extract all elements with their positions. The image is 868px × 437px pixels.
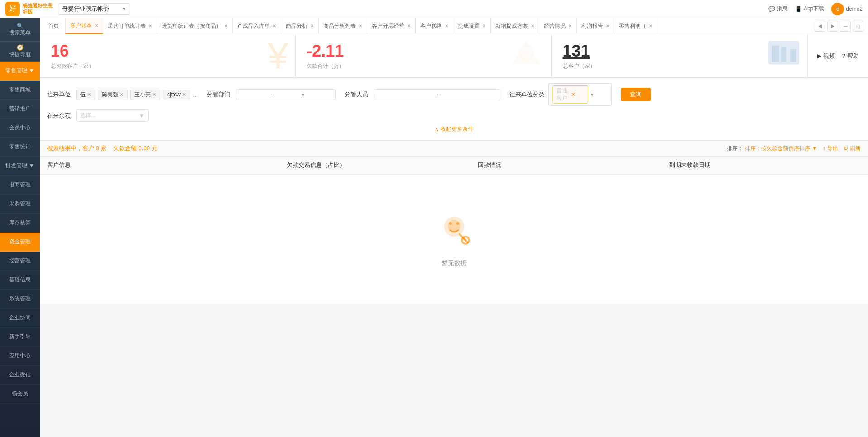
sidebar-item-ecommerce[interactable]: 电商管理: [0, 176, 40, 195]
export-button[interactable]: ↑ 导出: [823, 145, 838, 152]
filter-tags-wrap: 伍 ✕ 陈民强 ✕ 王小亮 ✕ cjttcw ✕: [76, 90, 198, 100]
stat-bg-icon-customers: ¥: [268, 35, 288, 77]
sort-arrow: ▼: [812, 145, 817, 152]
col-header-customer: 客户信息: [47, 161, 287, 169]
close-icon[interactable]: ✕: [531, 24, 534, 28]
sort-selector[interactable]: 排序： 排序：按欠款金额倒序排序 ▼: [727, 145, 817, 152]
refresh-label: 刷新: [850, 145, 861, 152]
sidebar-item-wholesale[interactable]: 批发管理 ▼: [0, 157, 40, 176]
top-bar: 好 畅捷通好生意 标版 母婴行业演示帐套 ▼ 💬 消息 📱 App下载 d de…: [0, 0, 868, 18]
tab-product-in[interactable]: 产成品入库单 ✕: [233, 18, 281, 34]
filter-select-category[interactable]: 普通客户 ✕ ▼: [548, 83, 612, 106]
video-link[interactable]: ▶ 视频: [817, 52, 835, 60]
filter-label-unit: 往来单位: [47, 90, 72, 99]
sidebar-item-member-center[interactable]: 会员中心: [0, 119, 40, 138]
tab-customer-tier[interactable]: 客户分层经营 ✕: [367, 18, 416, 34]
sidebar-search[interactable]: 🔍 搜索菜单: [0, 18, 40, 42]
remove-tag-chen[interactable]: ✕: [120, 92, 124, 98]
tab-profit-report[interactable]: 利润报告 ✕: [577, 18, 614, 34]
data-table: 客户信息 欠款交易信息（占比） 回款情况 到期未收款日期: [40, 157, 868, 304]
sidebar-item-retail-stats[interactable]: 零售统计: [0, 138, 40, 157]
top-bar-right: 💬 消息 📱 App下载 d demo2: [768, 3, 863, 15]
filter-select-person[interactable]: ···: [374, 89, 500, 100]
close-icon[interactable]: ✕: [606, 24, 609, 28]
sidebar-item-enterprise-collab[interactable]: 企业协同: [0, 309, 40, 328]
close-icon[interactable]: ✕: [224, 24, 228, 28]
sidebar-item-system[interactable]: 系统管理: [0, 290, 40, 309]
tab-customer-contact[interactable]: 客户联络 ✕: [416, 18, 453, 34]
remove-tag-wu[interactable]: ✕: [87, 92, 91, 98]
store-selector[interactable]: 母婴行业演示帐套 ▼: [58, 3, 130, 15]
close-icon[interactable]: ✕: [407, 24, 411, 28]
filter-tag-wu[interactable]: 伍 ✕: [76, 90, 95, 100]
sidebar-item-label: 电商管理: [9, 181, 31, 188]
remove-category-tag[interactable]: ✕: [571, 91, 584, 98]
tab-retail-profit[interactable]: 零售利润（ ✕: [614, 18, 657, 34]
sidebar-item-purchase[interactable]: 采购管理: [0, 195, 40, 214]
close-icon[interactable]: ✕: [149, 24, 152, 28]
message-button[interactable]: 💬 消息: [768, 5, 788, 13]
remove-tag-wang[interactable]: ✕: [152, 92, 156, 98]
remove-tag-cjttcw[interactable]: ✕: [182, 92, 186, 98]
filter-label-person: 分管人员: [345, 90, 370, 99]
tab-commission-setting[interactable]: 提成设置 ✕: [453, 18, 491, 34]
empty-state: 暂无数据: [40, 175, 868, 304]
close-icon[interactable]: ✕: [482, 24, 486, 28]
sidebar-item-inventory[interactable]: 库存核算: [0, 214, 40, 233]
app-download-button[interactable]: 📱 App下载: [795, 5, 824, 13]
sidebar-quick-nav[interactable]: 🧭 快捷导航: [0, 42, 40, 62]
tab-maximize[interactable]: □: [853, 21, 863, 32]
close-icon[interactable]: ✕: [649, 24, 652, 28]
tab-goods-analysis[interactable]: 商品分析 ✕: [281, 18, 319, 34]
sidebar-item-wechat[interactable]: 企业微信: [0, 366, 40, 385]
sidebar-item-retail-mall[interactable]: 零售商城: [0, 81, 40, 100]
filter-select-dept[interactable]: ··· ▼: [236, 89, 336, 100]
tab-minimize[interactable]: ─: [840, 21, 851, 32]
close-icon[interactable]: ✕: [273, 24, 276, 28]
active-tag-ordinary[interactable]: 普通客户 ✕: [552, 86, 588, 104]
tab-scroll-right[interactable]: ▶: [827, 21, 838, 32]
close-icon[interactable]: ✕: [95, 23, 98, 28]
tab-goods-analysis-list[interactable]: 商品分析列表 ✕: [319, 18, 367, 34]
tab-add-commission[interactable]: 新增提成方案 ✕: [491, 18, 539, 34]
user-area[interactable]: d demo2: [831, 3, 863, 15]
tab-purchase-order[interactable]: 采购订单统计表 ✕: [103, 18, 157, 34]
refresh-icon: ↻: [844, 145, 848, 152]
filter-row-2: 在来余额 选择... ▼: [47, 109, 861, 122]
sidebar-item-chang-member[interactable]: 畅会员: [0, 385, 40, 404]
avatar: d: [831, 3, 844, 15]
tab-incoming-stats[interactable]: 进货单统计表（按商品） ✕: [157, 18, 233, 34]
close-icon[interactable]: ✕: [359, 24, 362, 28]
tab-label: 客户分层经营: [372, 22, 404, 30]
sidebar-item-operations[interactable]: 经营管理: [0, 252, 40, 271]
close-icon[interactable]: ✕: [445, 24, 448, 28]
filter-tag-chen[interactable]: 陈民强 ✕: [98, 90, 128, 100]
filter-more[interactable]: ...: [193, 91, 198, 98]
sidebar-item-app-center[interactable]: 应用中心: [0, 347, 40, 366]
sidebar-item-marketing[interactable]: 营销推广: [0, 100, 40, 119]
close-icon[interactable]: ✕: [310, 24, 314, 28]
tab-scroll-left[interactable]: ◀: [815, 21, 825, 32]
sidebar-item-finance[interactable]: 资金管理: [0, 233, 40, 252]
tab-label: 新增提成方案: [495, 22, 528, 30]
filter-select-balance[interactable]: 选择... ▼: [76, 109, 149, 122]
close-icon[interactable]: ✕: [568, 24, 572, 28]
sidebar-item-label: 企业微信: [9, 371, 31, 378]
store-dropdown-arrow: ▼: [122, 6, 126, 11]
query-button[interactable]: 查询: [621, 88, 651, 101]
tab-home[interactable]: 首页: [42, 18, 66, 34]
filter-tag-wang[interactable]: 王小亮 ✕: [130, 90, 160, 100]
filter-tag-cjttcw[interactable]: cjttcw ✕: [163, 90, 190, 99]
stat-label-arrears: 欠款合计（万）: [307, 62, 345, 70]
sidebar-item-newbie[interactable]: 新手引导: [0, 328, 40, 347]
sidebar-item-retail[interactable]: 零售管理 ▼: [0, 62, 40, 81]
tab-business-status[interactable]: 经营情况 ✕: [539, 18, 577, 34]
sidebar-item-label: 零售管理: [5, 67, 27, 74]
sidebar-item-label: 库存核算: [9, 219, 31, 226]
sidebar-item-basic-info[interactable]: 基础信息: [0, 271, 40, 290]
help-link[interactable]: ? 帮助: [842, 52, 859, 60]
filter-placeholder: 选择...: [80, 112, 96, 119]
collapse-button[interactable]: ∧ 收起更多条件: [431, 124, 477, 135]
refresh-button[interactable]: ↻ 刷新: [844, 145, 861, 152]
tab-customer-account[interactable]: 客户账本 ✕: [66, 18, 103, 34]
